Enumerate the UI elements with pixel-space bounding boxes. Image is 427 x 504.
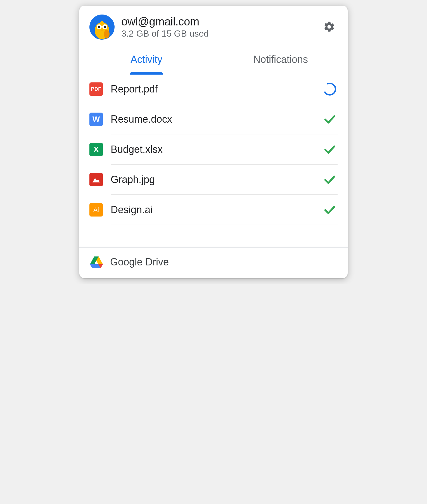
check-icon — [323, 143, 336, 156]
account-email: owl@gmail.com — [121, 15, 314, 28]
mountain-icon — [92, 176, 100, 183]
spinner-icon — [322, 81, 338, 97]
footer: Google Drive — [79, 247, 348, 278]
file-list: PDF Report.pdf W Resume.docx X Budget.xl… — [79, 74, 348, 247]
tab-notifications[interactable]: Notifications — [214, 46, 348, 74]
excel-icon: X — [89, 143, 103, 156]
svg-point-4 — [104, 26, 106, 28]
file-name: Budget.xlsx — [111, 144, 322, 155]
file-name: Report.pdf — [111, 83, 322, 95]
tabs: Activity Notifications — [79, 46, 348, 74]
gear-icon — [323, 21, 335, 33]
file-row[interactable]: PDF Report.pdf — [89, 74, 338, 104]
account-info: owl@gmail.com 3.2 GB of 15 GB used — [121, 15, 314, 39]
file-row[interactable]: Ai Design.ai — [89, 195, 338, 225]
check-icon — [323, 173, 336, 186]
pdf-icon: PDF — [89, 82, 103, 96]
status-done — [322, 113, 338, 126]
avatar[interactable] — [89, 15, 115, 40]
drive-logo-icon — [89, 256, 103, 268]
check-icon — [323, 113, 336, 126]
status-done — [322, 143, 338, 156]
file-row[interactable]: X Budget.xlsx — [89, 134, 338, 165]
file-name: Graph.jpg — [111, 174, 322, 186]
word-icon: W — [89, 113, 103, 126]
svg-point-3 — [98, 26, 100, 28]
image-icon — [89, 173, 103, 186]
file-row[interactable]: W Resume.docx — [89, 104, 338, 134]
status-loading — [322, 83, 338, 96]
check-icon — [323, 203, 336, 217]
storage-usage: 3.2 GB of 15 GB used — [121, 28, 314, 39]
owl-avatar-icon — [92, 17, 112, 40]
header: owl@gmail.com 3.2 GB of 15 GB used — [79, 6, 348, 46]
brand-name: Google Drive — [110, 256, 169, 268]
status-done — [322, 173, 338, 186]
settings-button[interactable] — [321, 18, 338, 36]
file-name: Resume.docx — [111, 113, 322, 125]
file-row[interactable]: Graph.jpg — [89, 165, 338, 195]
file-name: Design.ai — [111, 204, 322, 216]
status-done — [322, 203, 338, 217]
svg-point-5 — [104, 30, 110, 39]
spacer — [89, 225, 338, 247]
illustrator-icon: Ai — [89, 203, 103, 217]
tab-activity[interactable]: Activity — [79, 46, 214, 74]
drive-activity-panel: owl@gmail.com 3.2 GB of 15 GB used Activ… — [79, 6, 348, 278]
